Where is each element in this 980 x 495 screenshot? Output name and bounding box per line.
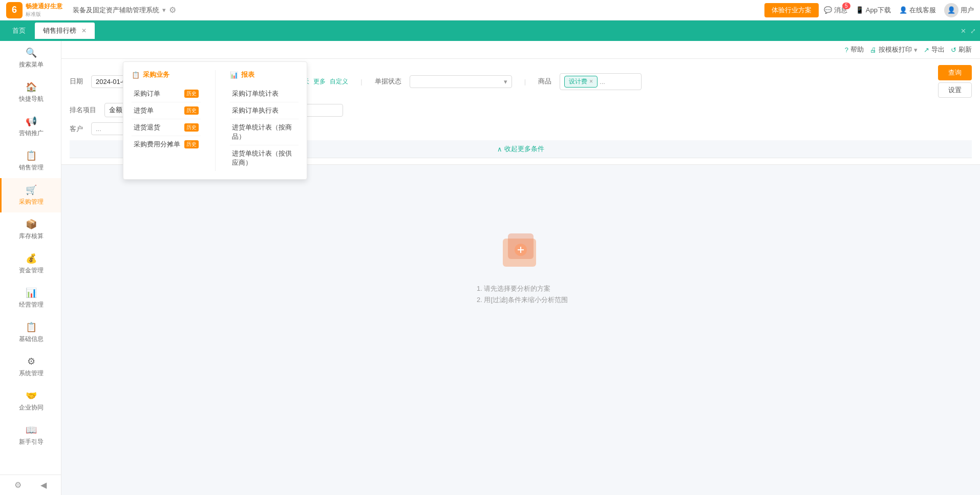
- inventory-icon: 📦: [26, 219, 37, 230]
- logo-text: 畅捷通好生意: [26, 2, 62, 11]
- online-service-label: 在线客服: [909, 6, 936, 15]
- purchase-icon: 🛒: [26, 184, 37, 196]
- print-label: 按模板打印: [879, 45, 912, 54]
- system-dropdown-icon[interactable]: ▾: [162, 6, 166, 14]
- customer-label: 客户: [70, 124, 83, 134]
- tab-sales-rank[interactable]: 销售排行榜 ✕: [35, 23, 95, 39]
- status-select[interactable]: ▾: [410, 75, 512, 88]
- purchase-business-col: 📋 采购业务 采购订单 历史 进货单 历史 进货退货 历史 采购费用分摊单: [132, 70, 201, 171]
- date-more-button[interactable]: 更多: [313, 77, 326, 86]
- tab-close-icon[interactable]: ✕: [81, 27, 87, 34]
- goods-tag: 设计费 ×: [564, 76, 598, 88]
- sidebar-item-inventory[interactable]: 📦 库存核算: [0, 212, 61, 247]
- sidebar-item-marketing[interactable]: 📢 营销推广: [0, 110, 61, 144]
- sidebar-item-capital[interactable]: 💰 资金管理: [0, 247, 61, 281]
- date-custom-button[interactable]: 自定义: [330, 77, 348, 86]
- sidebar-item-guide[interactable]: 📖 新手引导: [0, 418, 61, 453]
- online-service-button[interactable]: 👤 在线客服: [899, 6, 936, 15]
- logo: 6 畅捷通好生意 标准版: [6, 2, 68, 18]
- query-button[interactable]: 查询: [938, 65, 972, 80]
- sidebar-item-purchase-label: 采购管理: [19, 198, 44, 206]
- sidebar-item-system[interactable]: ⚙ 系统管理: [0, 350, 61, 384]
- phone-icon: 📱: [856, 6, 864, 14]
- separator1: |: [360, 78, 362, 85]
- operation-icon: 📊: [26, 287, 37, 298]
- incoming-label: 进货单: [134, 106, 154, 115]
- export-label: 导出: [931, 45, 945, 54]
- app-download-label: App下载: [866, 6, 891, 15]
- sidebar-item-capital-label: 资金管理: [19, 266, 44, 275]
- incoming-stat-goods-label: 进货单统计表（按商品）: [232, 123, 297, 141]
- dropdown-item-incoming-stat-supplier[interactable]: 进货单统计表（按供应商）: [230, 145, 299, 171]
- refresh-icon: ↺: [951, 46, 956, 54]
- sidebar-item-marketing-label: 营销推广: [19, 129, 44, 138]
- dropdown-item-expense[interactable]: 采购费用分摊单 历史: [132, 136, 201, 153]
- empty-illustration: [495, 228, 546, 276]
- goods-tag-label: 设计费: [569, 77, 587, 86]
- message-button[interactable]: 💬 消息 5: [824, 6, 847, 15]
- hint1: 请先选择要分析的方案: [484, 284, 567, 293]
- sidebar-settings-icon[interactable]: ⚙: [14, 480, 22, 490]
- sidebar-item-enterprise-label: 企业协同: [19, 403, 44, 412]
- basic-info-icon: 📋: [26, 321, 37, 333]
- toolbar: ? 帮助 🖨 按模板打印 ▾ ↗ 导出 ↺ 刷新: [61, 41, 980, 59]
- goods-input[interactable]: 设计费 × ...: [560, 73, 642, 90]
- dropdown-item-order-stat[interactable]: 采购订单统计表: [230, 85, 299, 102]
- dropdown-item-incoming-stat-goods[interactable]: 进货单统计表（按商品）: [230, 119, 299, 145]
- tab-bar: 首页 销售排行榜 ✕ ✕ ⤢: [0, 20, 980, 41]
- empty-text: 请先选择要分析的方案 用[过滤]条件来缩小分析范围: [474, 284, 567, 307]
- set-button[interactable]: 设置: [938, 82, 972, 98]
- app-download-button[interactable]: 📱 App下载: [856, 6, 891, 15]
- tab-sales-rank-label: 销售排行榜: [43, 26, 76, 35]
- dropdown-item-order-exec[interactable]: 采购订单执行表: [230, 102, 299, 119]
- marketing-icon: 📢: [26, 116, 37, 127]
- sidebar-item-quick-nav-label: 快捷导航: [19, 95, 44, 103]
- capital-icon: 💰: [26, 253, 37, 264]
- purchase-order-history: 历史: [184, 90, 199, 98]
- help-label: 帮助: [850, 45, 864, 54]
- sidebar-item-search[interactable]: 🔍 搜索菜单: [0, 41, 61, 75]
- sidebar-item-quick-nav[interactable]: 🏠 快捷导航: [0, 75, 61, 110]
- notification-badge: 5: [842, 3, 850, 9]
- tab-close-all-icon[interactable]: ✕: [961, 27, 966, 35]
- sidebar-item-sales[interactable]: 📋 销售管理: [0, 144, 61, 178]
- expense-history: 历史: [184, 140, 199, 148]
- incoming-stat-supplier-label: 进货单统计表（按供应商）: [232, 149, 297, 167]
- help-button[interactable]: ? 帮助: [845, 45, 864, 54]
- hint2: 用[过滤]条件来缩小分析范围: [484, 295, 567, 305]
- status-label: 单据状态: [375, 77, 401, 86]
- print-button[interactable]: 🖨 按模板打印 ▾: [870, 45, 918, 54]
- industry-button[interactable]: 体验行业方案: [764, 3, 819, 17]
- dropdown-divider: [215, 70, 216, 171]
- message-icon: 💬: [824, 6, 832, 14]
- print-dropdown-icon[interactable]: ▾: [914, 46, 918, 54]
- goods-tag-remove[interactable]: ×: [589, 78, 593, 85]
- report-col: 📊 报表 采购订单统计表 采购订单执行表 进货单统计表（按商品） 进货单统计表（…: [230, 70, 299, 171]
- sidebar-item-basic-info[interactable]: 📋 基础信息: [0, 315, 61, 350]
- dropdown-item-purchase-order[interactable]: 采购订单 历史: [132, 85, 201, 102]
- purchase-col-title-text: 采购业务: [143, 70, 169, 79]
- sidebar-item-operation[interactable]: 📊 经营管理: [0, 281, 61, 315]
- enterprise-icon: 🤝: [26, 390, 37, 401]
- tab-home[interactable]: 首页: [4, 23, 34, 39]
- user-menu[interactable]: 👤 用户: [944, 3, 974, 17]
- dropdown-item-return[interactable]: 进货退货 历史: [132, 119, 201, 136]
- return-history: 历史: [184, 123, 199, 132]
- sidebar-item-basic-info-label: 基础信息: [19, 335, 44, 343]
- tab-bar-actions: ✕ ⤢: [961, 27, 976, 35]
- service-icon: 👤: [899, 6, 907, 14]
- customer-more-icon[interactable]: ...: [96, 125, 101, 133]
- gear-icon[interactable]: ⚙: [169, 5, 176, 15]
- sidebar-collapse-icon[interactable]: ◀: [40, 480, 47, 490]
- goods-more-icon[interactable]: ...: [600, 78, 605, 85]
- incoming-history: 历史: [184, 106, 199, 115]
- sidebar-item-purchase[interactable]: 🛒 采购管理: [0, 178, 61, 212]
- refresh-label: 刷新: [958, 45, 972, 54]
- export-button[interactable]: ↗ 导出: [924, 45, 945, 54]
- sidebar-item-enterprise[interactable]: 🤝 企业协同: [0, 384, 61, 418]
- tab-expand-icon[interactable]: ⤢: [970, 27, 976, 35]
- user-avatar: 👤: [944, 3, 958, 17]
- report-col-icon: 📊: [230, 71, 238, 79]
- dropdown-item-incoming[interactable]: 进货单 历史: [132, 102, 201, 119]
- refresh-button[interactable]: ↺ 刷新: [951, 45, 972, 54]
